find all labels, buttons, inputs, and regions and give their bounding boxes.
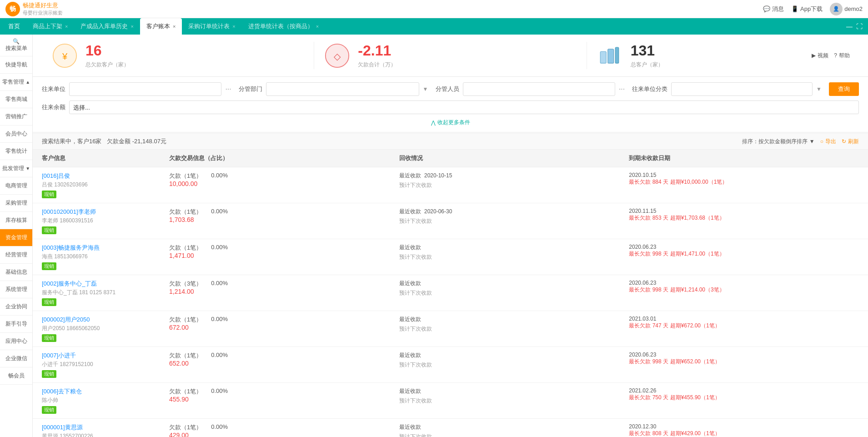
message-btn[interactable]: 💬 消息 <box>763 5 784 13</box>
overdue-link[interactable]: 超期¥429.00（1笔） <box>670 430 720 437</box>
col-header-customer: 客户信息 <box>42 154 169 162</box>
tab-label: 采购订单统计表 <box>188 22 230 30</box>
dept-dropdown-icon[interactable]: ▼ <box>423 86 428 92</box>
tab-customer-account[interactable]: 客户账本 × <box>140 18 182 35</box>
customer-id-link[interactable]: [0003]畅捷服务尹海燕 <box>42 244 169 252</box>
minimize-icon[interactable]: — <box>846 23 853 30</box>
sidebar-item-member[interactable]: 会员中心 <box>0 126 32 143</box>
customer-id-link[interactable]: [0006]去下粮仓 <box>42 387 169 396</box>
search-button[interactable]: 查询 <box>829 82 859 96</box>
tab-goods-listing[interactable]: 商品上下架 × <box>26 18 74 35</box>
sidebar-item-finance[interactable]: 资金管理 <box>0 229 32 246</box>
manager-input[interactable] <box>463 82 615 96</box>
svg-rect-5 <box>608 49 614 63</box>
collapse-icon: ⋀ <box>431 120 436 126</box>
help-icon: ? <box>834 52 837 59</box>
table-row: [0002]服务中心_丁磊 服务中心_丁磊 181 0125 8371 现销 欠… <box>33 275 868 311</box>
sidebar-item-wechat[interactable]: 企业微信 <box>0 350 32 367</box>
sidebar-item-apps[interactable]: 应用中心 <box>0 333 32 350</box>
debt-percent: 0.00% <box>211 244 228 251</box>
sidebar-item-operations[interactable]: 经营管理 <box>0 246 32 264</box>
customer-phone: 小进千 18279152100 <box>42 361 169 368</box>
close-icon[interactable]: × <box>173 24 176 29</box>
overdue-link[interactable]: 超期¥10,000.00（1笔） <box>670 179 728 185</box>
main-layout: 🔍 搜索菜单 快捷导航 零售管理 ▲ 零售商城 营销推广 会员中心 零售统计 批… <box>0 35 868 437</box>
help-btn[interactable]: ? 帮助 <box>834 52 850 60</box>
overdue-link[interactable]: 超期¥1,703.68（1笔） <box>670 215 725 221</box>
dept-input[interactable] <box>266 82 419 96</box>
overdue-link[interactable]: 超期¥1,214.00（3笔） <box>670 286 725 293</box>
svg-rect-6 <box>615 47 618 63</box>
customer-id-link[interactable]: [0002]服务中心_丁磊 <box>42 280 169 288</box>
close-icon[interactable]: × <box>316 24 319 29</box>
maximize-icon[interactable]: ⛶ <box>856 23 863 30</box>
overdue-link[interactable]: 超期¥672.00（1笔） <box>670 322 720 329</box>
stat-value-debt-total: -2.11 <box>358 42 396 59</box>
sort-label: 排序：按欠款金额倒序排序 <box>742 138 808 146</box>
due-date-cell: 2020.12.30 最长欠款 808 天 超期¥429.00（1笔） <box>629 423 859 437</box>
table-row: [0001020001]李老师 李老师 18600391516 现销 欠款（1笔… <box>33 203 868 239</box>
sidebar-item-inventory[interactable]: 库存核算 <box>0 212 32 229</box>
last-collect-label: 最近收款 <box>399 244 421 251</box>
collapse-button[interactable]: ⋀ 收起更多条件 <box>431 119 470 126</box>
sidebar-item-retail-mall[interactable]: 零售商城 <box>0 91 32 108</box>
sidebar-item-marketing[interactable]: 营销推广 <box>0 108 32 126</box>
stat-info-2: -2.11 欠款合计（万） <box>358 42 396 69</box>
result-bar-right: 排序：按欠款金额倒序排序 ▼ ○ 导出 ↻ 刷新 <box>742 138 859 146</box>
manager-dots[interactable]: ··· <box>619 85 625 93</box>
sidebar-item-ecommerce[interactable]: 电商管理 <box>0 177 32 195</box>
close-icon[interactable]: × <box>232 24 235 29</box>
customer-tag: 现销 <box>42 370 56 378</box>
debt-info-cell: 欠款（1笔） 1,471.00 0.00% <box>169 244 399 259</box>
customer-tag: 现销 <box>42 298 56 306</box>
due-date: 2020.06.23 <box>629 352 859 358</box>
sidebar-item-enterprise[interactable]: 企业协同 <box>0 298 32 316</box>
unit-type-input[interactable] <box>671 82 813 96</box>
export-btn[interactable]: ○ 导出 <box>820 138 836 146</box>
sidebar-item-system[interactable]: 系统管理 <box>0 281 32 298</box>
tab-purchase-stats[interactable]: 采购订单统计表 × <box>182 18 241 35</box>
stat-top-right: ▶ 视频 ? 帮助 <box>812 52 850 60</box>
tab-home[interactable]: 首页 <box>2 22 26 30</box>
customer-id-link[interactable]: [000001]黄思源 <box>42 423 169 432</box>
sidebar-item-retail-stats[interactable]: 零售统计 <box>0 143 32 160</box>
sidebar-item-wholesale[interactable]: 批发管理 ▼ <box>0 160 32 177</box>
tab-production-history[interactable]: 产成品入库单历史 × <box>74 18 140 35</box>
customer-id-link[interactable]: [0016]吕俊 <box>42 172 169 180</box>
sidebar-item-retail-mgmt[interactable]: 零售管理 ▲ <box>0 74 32 91</box>
user-menu[interactable]: 👤 demo2 <box>830 3 863 15</box>
overdue-link[interactable]: 超期¥455.90（1笔） <box>670 394 720 401</box>
next-collect-label: 预计下次收款 <box>399 433 629 437</box>
debt-amount: 455.90 <box>169 396 202 403</box>
overdue-link[interactable]: 超期¥1,471.00（1笔） <box>670 251 725 257</box>
from-unit-dots[interactable]: ··· <box>225 85 231 93</box>
close-icon[interactable]: × <box>65 24 68 29</box>
sidebar-search[interactable]: 🔍 搜索菜单 <box>0 35 32 56</box>
debt-amount: 10,000.00 <box>169 180 202 187</box>
refresh-btn[interactable]: ↻ 刷新 <box>842 138 859 146</box>
table-row: [000001]黄思源 黄思源 13552700226 现销 欠款（1笔） 42… <box>33 419 868 437</box>
customer-id-link[interactable]: [0001020001]李老师 <box>42 208 169 216</box>
customer-tag: 现销 <box>42 262 56 270</box>
tab-goods-stats[interactable]: 进货单统计表（按商品） × <box>242 18 325 35</box>
due-date: 2020.06.23 <box>629 280 859 286</box>
unit-type-dropdown-icon[interactable]: ▼ <box>816 86 822 92</box>
balance-select[interactable]: 选择... <box>69 100 859 114</box>
sidebar-item-quick-nav[interactable]: 快捷导航 <box>0 56 32 74</box>
sidebar-item-guide[interactable]: 新手引导 <box>0 316 32 333</box>
stat-value-debt-customers: 16 <box>85 42 129 59</box>
sort-dropdown[interactable]: 排序：按欠款金额倒序排序 ▼ <box>742 138 815 146</box>
app-download-btn[interactable]: 📱 App下载 <box>791 5 823 13</box>
from-unit-input[interactable] <box>69 82 221 96</box>
sidebar-item-member-plus[interactable]: 畅会员 <box>0 367 32 385</box>
customer-id-link[interactable]: [0007]小进千 <box>42 352 169 360</box>
collection-cell: 最近收款 2020-06-30 预计下次收款 <box>399 208 629 225</box>
last-collect-date: 2020-10-15 <box>424 172 452 179</box>
sidebar-item-basic-info[interactable]: 基础信息 <box>0 264 32 281</box>
customer-id-link[interactable]: [000002]用户2050 <box>42 316 169 324</box>
video-btn[interactable]: ▶ 视频 <box>812 52 828 60</box>
next-collect-label: 预计下次收款 <box>399 289 629 297</box>
sidebar-item-purchase[interactable]: 采购管理 <box>0 195 32 212</box>
overdue-link[interactable]: 超期¥652.00（1笔） <box>670 358 720 365</box>
close-icon[interactable]: × <box>130 24 133 29</box>
